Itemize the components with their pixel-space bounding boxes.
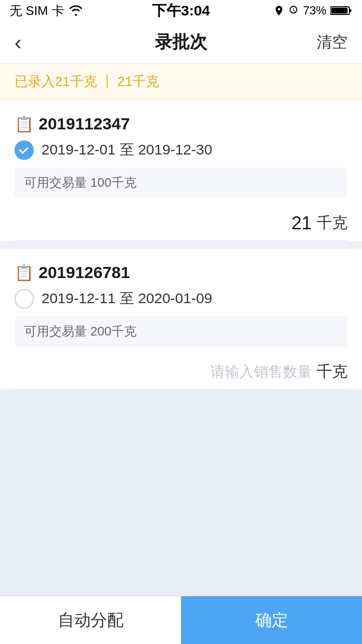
confirm-button[interactable]: 确定 — [181, 596, 362, 644]
carrier-label: 无 SIM 卡 — [10, 2, 64, 19]
batch1-id: 2019112347 — [39, 114, 130, 133]
back-button[interactable]: ‹ — [14, 32, 22, 53]
nav-bar: ‹ 录批次 清空 — [0, 21, 362, 64]
batch1-radio[interactable] — [14, 140, 34, 160]
batch2-doc-icon: 📋 — [14, 264, 34, 282]
svg-rect-2 — [349, 9, 351, 12]
batch2-input-row: 请输入销售数量 千克 — [14, 356, 348, 390]
batch2-card: 📋 2019126781 2019-12-11 至 2020-01-09 可用交… — [0, 249, 362, 390]
batch1-row: 2019-12-01 至 2019-12-30 — [14, 140, 348, 160]
status-bar: 无 SIM 卡 下午3:04 73% — [0, 0, 362, 21]
batch1-doc-icon: 📋 — [14, 115, 34, 133]
status-bar-left: 无 SIM 卡 — [10, 2, 84, 19]
content-area: 📋 2019112347 2019-12-01 至 2019-12-30 可用交… — [0, 100, 362, 596]
clear-button[interactable]: 清空 — [317, 32, 348, 53]
batch1-date-range: 2019-12-01 至 2019-12-30 — [42, 140, 212, 160]
batch2-radio[interactable] — [14, 289, 34, 308]
empty-area — [0, 390, 362, 596]
batch1-header: 📋 2019112347 — [14, 114, 348, 133]
bottom-bar: 自动分配 确定 — [0, 596, 362, 644]
status-bar-time: 下午3:04 — [152, 1, 210, 21]
recorded-value: 21千克 — [117, 72, 159, 91]
batch1-card: 📋 2019112347 2019-12-01 至 2019-12-30 可用交… — [0, 100, 362, 241]
info-banner: 已录入21千克 21千克 — [0, 64, 362, 100]
batch1-unit: 千克 — [317, 212, 348, 234]
page-title: 录批次 — [155, 30, 207, 54]
batch1-input-row: 21 千克 — [14, 208, 348, 241]
auto-assign-button[interactable]: 自动分配 — [0, 596, 181, 644]
batch2-id: 2019126781 — [39, 263, 130, 282]
wifi-icon — [68, 5, 84, 16]
batch1-input-value[interactable]: 21 — [292, 213, 312, 234]
section-separator-1 — [0, 241, 362, 249]
alarm-icon — [288, 5, 299, 16]
battery-label: 73% — [303, 4, 326, 17]
svg-rect-1 — [331, 8, 348, 14]
batch2-avail: 可用交易量 200千克 — [14, 316, 348, 347]
batch2-row: 2019-12-11 至 2020-01-09 — [14, 289, 348, 308]
batch2-date-range: 2019-12-11 至 2020-01-09 — [42, 289, 212, 308]
page-wrapper: 无 SIM 卡 下午3:04 73% — [0, 0, 362, 644]
location-icon — [274, 5, 284, 16]
battery-icon — [330, 5, 352, 16]
recorded-label: 已录入21千克 — [14, 72, 97, 91]
batch2-header: 📋 2019126781 — [14, 263, 348, 282]
batch2-input-placeholder[interactable]: 请输入销售数量 — [210, 362, 312, 382]
status-bar-right: 73% — [274, 4, 352, 17]
info-divider — [107, 75, 108, 88]
batch1-avail: 可用交易量 100千克 — [14, 168, 348, 198]
batch2-unit: 千克 — [317, 361, 348, 382]
